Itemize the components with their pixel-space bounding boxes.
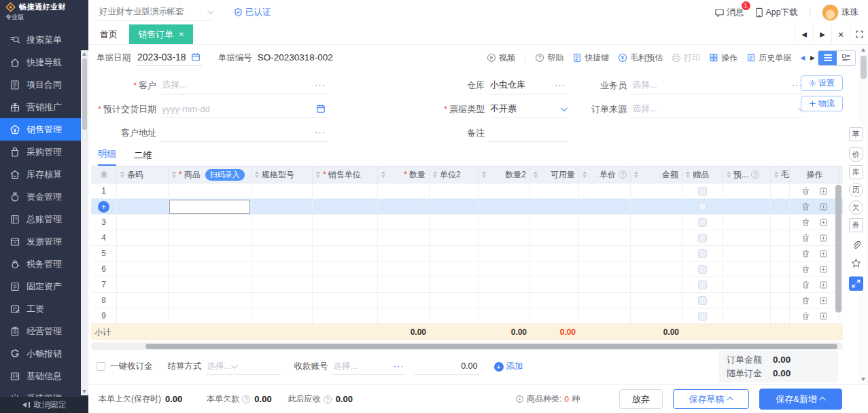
order-source-select[interactable]: 选择... [631,101,804,118]
cell-avail[interactable] [530,277,579,292]
scan-entry-button[interactable]: 扫码录入 [205,169,245,181]
cell-unit[interactable] [313,199,378,214]
cell-qty[interactable] [378,246,430,261]
cell-spec[interactable] [251,262,313,276]
cell-spec[interactable] [251,277,313,292]
cell-spec[interactable] [251,183,313,198]
sidebar-item-home[interactable]: 快捷导航 [0,51,88,73]
cell-avail[interactable] [530,293,579,308]
cell-qty[interactable] [378,230,430,245]
cell-barcode[interactable] [117,246,169,261]
cell-unit[interactable] [313,277,378,292]
tab-sales-order[interactable]: 销售订单 × [129,24,193,44]
cell-gift[interactable] [682,262,723,276]
gift-checkbox[interactable] [698,187,707,196]
tab-home[interactable]: 首页 [88,24,129,44]
cell-ops[interactable] [790,246,840,261]
cell-qty[interactable] [378,308,430,323]
cell-margin_est[interactable] [723,183,771,198]
cell-gift[interactable] [682,293,723,308]
horizontal-scrollbar[interactable] [91,342,843,350]
delivery-date-field[interactable]: yyyy-mm-dd [160,101,327,118]
sidebar-item-tax[interactable]: 税务管理 [0,253,88,275]
cell-unit2[interactable] [430,246,479,261]
cell-unit[interactable] [313,308,378,323]
cell-margin[interactable] [771,262,790,276]
app-download-button[interactable]: App下载 [755,7,798,18]
cell-price[interactable] [579,293,631,308]
help-icon[interactable]: ? [751,170,759,179]
cell-gift[interactable] [682,230,723,245]
sidebar-item-inventory[interactable]: 库存核算 [0,163,88,185]
sort-icon[interactable] [774,171,778,178]
column-header-price[interactable]: 单价? [579,166,631,183]
cell-qty2[interactable] [479,183,530,198]
sidebar-item-baseinfo[interactable]: 基础信息 [0,365,88,387]
scroll-down-icon[interactable] [82,390,86,393]
cell-price[interactable] [579,277,631,292]
sort-icon[interactable] [120,171,124,178]
cell-margin_est[interactable] [723,262,771,276]
cell-qty[interactable] [378,199,430,214]
history-tool-button[interactable]: 历 [849,183,863,197]
cell-margin[interactable] [771,230,790,245]
stock-tool-button[interactable]: 库 [849,165,863,179]
delete-row-icon[interactable] [801,312,810,321]
cell-product[interactable] [169,246,251,261]
cell-ops[interactable] [790,308,840,323]
gift-checkbox[interactable] [698,296,707,305]
more-icon[interactable]: ··· [315,83,326,88]
tab-scroll-left-button[interactable]: ◀ [795,24,813,44]
more-icon[interactable]: ··· [555,83,566,88]
cell-gift[interactable] [682,199,723,214]
product-input[interactable] [169,200,250,214]
cell-barcode[interactable] [117,262,169,276]
sidebar-item-search[interactable]: 搜索菜单 [0,29,88,51]
receive-account-select[interactable]: 选择... ··· [332,359,406,375]
margin-action-button[interactable]: 毛利预估 [618,52,663,64]
salesman-field[interactable]: 选择... ··· [631,77,804,94]
cell-spec[interactable] [251,215,313,230]
column-header-amount[interactable]: 金额 [631,166,682,183]
help-icon[interactable]: ? [619,170,627,179]
cell-unit[interactable] [313,230,378,245]
sidebar-item-invoice[interactable]: 发票管理 [0,230,88,253]
expand-icon[interactable] [849,276,863,291]
cell-ops[interactable] [790,277,840,292]
remark-field[interactable] [489,124,567,142]
cell-product[interactable] [169,199,251,214]
hscroll-thumb[interactable] [145,344,837,349]
column-header-avail[interactable]: 可用量 [530,166,579,183]
column-header-product[interactable]: *商品扫码录入 [169,166,251,183]
warehouse-field[interactable]: 小虫仓库 ··· [489,77,567,94]
help-icon[interactable]: ? [324,395,332,403]
cell-gift[interactable] [682,277,723,292]
cell-qty[interactable] [378,183,430,198]
close-all-tabs-button[interactable]: × [831,24,850,44]
delete-row-icon[interactable] [801,202,810,211]
scroll-down-icon[interactable] [861,378,865,381]
save-draft-button[interactable]: 保存草稿 [673,389,749,409]
cell-margin_est[interactable] [723,308,771,323]
cell-ops[interactable] [790,230,840,245]
cell-qty[interactable] [378,262,430,276]
cell-barcode[interactable] [117,293,169,308]
cell-barcode[interactable] [117,277,169,292]
column-header-qty2[interactable]: 数量2 [479,166,530,183]
copy-insert-row-icon[interactable] [819,202,828,211]
cell-amount[interactable] [631,246,682,261]
sidebar-scroll-thumb[interactable] [82,58,87,130]
cell-unit2[interactable] [430,230,479,245]
cell-avail[interactable] [530,246,579,261]
gift-checkbox[interactable] [698,234,707,243]
cell-amount[interactable] [631,308,682,323]
delete-row-icon[interactable] [801,265,810,274]
gift-checkbox[interactable] [698,202,707,211]
cell-product[interactable] [169,277,251,292]
cell-price[interactable] [579,262,631,276]
cell-product[interactable] [169,262,251,276]
cell-qty2[interactable] [479,308,530,323]
sidebar-item-gift[interactable]: 营销推广 [0,96,88,118]
logistics-button[interactable]: 物流 [801,96,843,111]
cell-qty[interactable] [378,277,430,292]
